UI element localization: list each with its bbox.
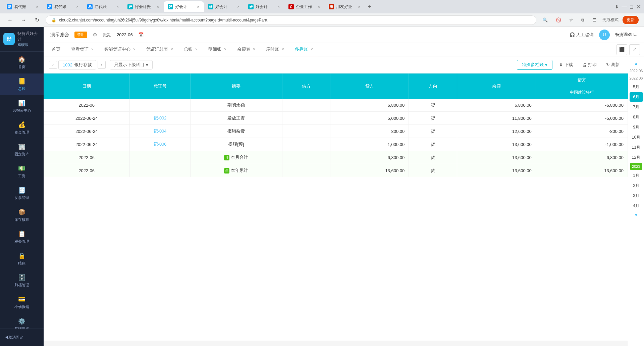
- funds-icon: 💰: [18, 121, 25, 129]
- month-scroll-up[interactable]: ▲: [630, 59, 642, 67]
- sidebar-item-funds[interactable]: 💰 资金管理: [0, 117, 44, 139]
- month-12[interactable]: 12月: [630, 153, 643, 162]
- update-browser-btn[interactable]: 更新: [623, 16, 639, 24]
- month-11[interactable]: 11月: [630, 143, 643, 152]
- tab-voucher-summary[interactable]: 凭证汇总表 ×: [141, 43, 178, 56]
- sidebar-item-ledger[interactable]: 📒 总账: [0, 73, 44, 95]
- tab-close-btn[interactable]: ×: [76, 4, 79, 9]
- tab-haokuaiji-2[interactable]: 好 好会计 ×: [204, 1, 244, 12]
- tab-detail-ledger[interactable]: 明细账 ×: [203, 43, 232, 56]
- account-selector[interactable]: 1002 银行存款: [58, 60, 96, 69]
- sidebar-item-archive[interactable]: 🗄️ 归档管理: [0, 270, 44, 292]
- tab-yidaizhang-3[interactable]: 易 易代账 ×: [83, 1, 123, 12]
- tab-gl-close[interactable]: ×: [195, 47, 198, 52]
- row-voucher[interactable]: 记-002: [130, 112, 191, 125]
- month-2023-2[interactable]: 2月: [630, 181, 643, 190]
- tab-close-btn[interactable]: ×: [237, 4, 240, 9]
- multi-col-btn[interactable]: 特殊多栏账 ▾: [517, 60, 552, 70]
- nav-prev-btn[interactable]: ‹: [49, 61, 57, 69]
- new-tab-btn[interactable]: +: [365, 2, 374, 11]
- back-btn[interactable]: ←: [5, 15, 15, 25]
- minimize-btn[interactable]: —: [622, 4, 627, 10]
- month-10[interactable]: 10月: [630, 133, 643, 142]
- search-icon[interactable]: 🔍: [540, 16, 550, 24]
- month-6-active[interactable]: 6月: [630, 92, 643, 102]
- sidebar-item-inventory[interactable]: 📦 库存核算: [0, 204, 44, 226]
- tab-home[interactable]: 首页: [46, 43, 66, 56]
- month-7[interactable]: 7月: [630, 102, 643, 112]
- tab-list-btn[interactable]: ⬇: [615, 4, 619, 9]
- ledger-table-container[interactable]: 日期 凭证号 摘要 借方 贷方 方向 余额 借方 中国建设银行: [44, 73, 628, 341]
- refresh-nav-btn[interactable]: ↻: [32, 15, 42, 25]
- month-scroll-down[interactable]: ▼: [630, 211, 642, 219]
- month-2023-4[interactable]: 4月: [630, 201, 643, 210]
- tab-smart-close[interactable]: ×: [133, 47, 136, 52]
- tab-close-btn[interactable]: ×: [358, 4, 361, 9]
- star-icon[interactable]: ☆: [567, 16, 575, 24]
- tab-close-btn[interactable]: ×: [317, 4, 321, 9]
- tab-close-btn[interactable]: ×: [36, 4, 39, 9]
- restore-btn[interactable]: ◻: [630, 4, 634, 9]
- tab-smart-voucher[interactable]: 智能凭证中心 ×: [99, 43, 141, 56]
- sub-filter[interactable]: 只显示下级科目 ▾: [110, 60, 153, 69]
- tab-yongyou[interactable]: 用 用友好业 ×: [325, 1, 365, 12]
- tab-close-btn[interactable]: ×: [197, 4, 200, 9]
- forward-btn[interactable]: →: [19, 15, 28, 25]
- tab-haokuaiji-active[interactable]: 好 好会计 ×: [164, 1, 204, 12]
- tab-detail-close[interactable]: ×: [224, 47, 226, 52]
- help-btn[interactable]: 🎧 人工咨询: [570, 32, 594, 38]
- row-voucher[interactable]: 记-004: [130, 125, 191, 138]
- tab-close-btn[interactable]: ×: [116, 4, 119, 9]
- sidebar-item-settings[interactable]: ⚙️ 基础设置: [0, 313, 44, 329]
- horizontal-scrollbar[interactable]: [44, 341, 628, 346]
- tab-haokuaiji-1[interactable]: 好 好会计账 ×: [123, 1, 164, 12]
- tab-journal[interactable]: 序时账 ×: [261, 43, 289, 56]
- sidebar-item-assets[interactable]: 🏢 固定资产: [0, 139, 44, 161]
- print-btn[interactable]: 🖨 打印: [580, 60, 599, 69]
- nav-next-btn[interactable]: ›: [98, 61, 106, 69]
- unpin-btn[interactable]: ◀取消固定: [3, 332, 40, 343]
- sidebar-item-closing[interactable]: 🔒 结账: [0, 248, 44, 270]
- refresh-data-btn[interactable]: ↻ 刷新: [603, 60, 623, 69]
- tab-haokuaiji-3[interactable]: 好 好会计 ×: [244, 1, 284, 12]
- tab-close-btn[interactable]: ×: [156, 4, 160, 9]
- sidebar-item-home[interactable]: 🏠 首页: [0, 52, 44, 73]
- tab-voucher[interactable]: 查看凭证 ×: [66, 43, 99, 56]
- sidebar-item-invoice[interactable]: 🧾 发票管理: [0, 183, 44, 204]
- row-voucher[interactable]: 记-006: [130, 138, 191, 151]
- tab-close-btn[interactable]: ×: [277, 4, 280, 9]
- tab-favicon: C: [288, 4, 294, 9]
- tab-multi-col[interactable]: 多栏账 ×: [289, 43, 318, 56]
- close-btn[interactable]: ✕: [636, 3, 641, 10]
- tab-journal-close[interactable]: ×: [282, 47, 284, 52]
- month-8[interactable]: 8月: [630, 112, 643, 122]
- tab-yidaizhang-1[interactable]: 易 易代账 ×: [3, 1, 43, 12]
- tab-enterprise[interactable]: C 企业工作 ×: [284, 1, 325, 12]
- tab-balance[interactable]: 余额表 ×: [232, 43, 261, 56]
- settings-gear-icon[interactable]: ⚙: [93, 32, 97, 38]
- sidebar-item-tax[interactable]: 📋 税务管理: [0, 226, 44, 248]
- split-screen-icon[interactable]: ⧉: [579, 16, 586, 24]
- tab-balance-close[interactable]: ×: [253, 47, 255, 52]
- month-5[interactable]: 5月: [630, 82, 643, 92]
- tab-collapse-btn[interactable]: ⬛: [616, 44, 627, 55]
- account-status-badge[interactable]: 禁用: [74, 32, 87, 38]
- month-2023-1[interactable]: 1月: [630, 171, 643, 180]
- download-btn[interactable]: ⬇ 下载: [556, 60, 576, 69]
- tab-mc-close[interactable]: ×: [311, 47, 313, 52]
- tab-voucher-close[interactable]: ×: [91, 47, 94, 52]
- sidebar-item-salary[interactable]: 💵 工资: [0, 161, 44, 183]
- url-bar[interactable]: 🔒 cloud2.chanjet.com/accounting/uh26t264…: [46, 15, 536, 25]
- tab-vs-close[interactable]: ×: [171, 47, 173, 52]
- tab-general-ledger[interactable]: 总账 ×: [178, 43, 203, 56]
- no-trace-icon[interactable]: 🚫: [554, 16, 563, 24]
- browser-menu-icon[interactable]: ☰: [590, 16, 598, 24]
- calendar-icon[interactable]: 📅: [138, 32, 144, 37]
- table-row: 2022-06 月本月合计 6,800.00 贷 13,600.00 -6,80…: [44, 151, 628, 164]
- month-2023-3[interactable]: 3月: [630, 191, 643, 200]
- tab-yidaizhang-2[interactable]: 易 易代账 ×: [43, 1, 83, 12]
- sidebar-item-expense[interactable]: 💳 小畅报销: [0, 292, 44, 313]
- month-9[interactable]: 9月: [630, 122, 643, 132]
- sidebar-item-report[interactable]: 📊 云报表中心: [0, 95, 44, 117]
- tab-expand-btn[interactable]: ⤢: [629, 44, 640, 55]
